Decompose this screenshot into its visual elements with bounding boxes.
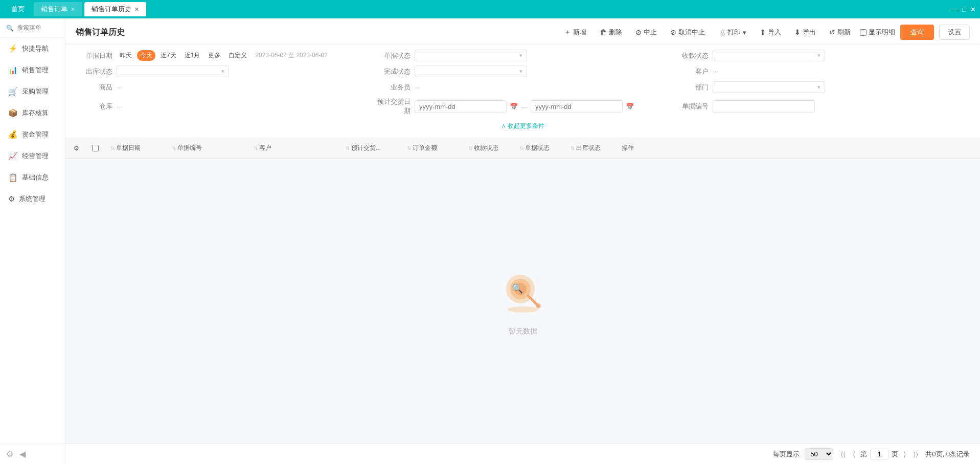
- th-action: 操作: [619, 144, 649, 152]
- last-page-button[interactable]: ⟩⟩: [911, 449, 920, 459]
- delivery-date-start[interactable]: [415, 100, 507, 113]
- delete-button[interactable]: 🗑 删除: [596, 26, 626, 39]
- date-dash: —: [521, 103, 528, 111]
- close-button[interactable]: ✕: [970, 6, 976, 13]
- complete-status-label: 完成状态: [374, 67, 415, 76]
- receipt-status-label: 收款状态: [672, 51, 713, 60]
- next-page-button[interactable]: ⟩: [901, 449, 908, 459]
- th-customer[interactable]: ⇅ 客户: [250, 144, 343, 152]
- date-btn-1month[interactable]: 近1月: [181, 50, 203, 61]
- stop-icon: ⊘: [635, 28, 642, 36]
- main-layout: 🔍 搜索菜单 ⚡ 快捷导航 📊 销售管理 🛒 采购管理 📦 库存核算 💰 资金管…: [0, 18, 980, 464]
- tab-home[interactable]: 首页: [4, 2, 32, 16]
- date-range-text: 2023-06-02 至 2023-06-02: [255, 51, 327, 60]
- filter-row-3: 商品 ··· 业务员 ··· 部门 ▾: [76, 81, 970, 93]
- print-icon: 🖨: [718, 28, 725, 36]
- receipt-status-control: ▾: [713, 50, 970, 61]
- export-button[interactable]: ⬇ 导出: [790, 26, 820, 39]
- top-bar: 首页 销售订单 ✕ 销售订单历史 ✕ — □ ✕: [0, 0, 980, 18]
- settings-icon: ⚙: [74, 145, 79, 152]
- th-docno[interactable]: ⇅ 单据编号: [169, 144, 250, 152]
- sidebar-search[interactable]: 🔍 搜索菜单: [0, 18, 65, 38]
- complete-status-arrow-icon: ▾: [519, 68, 522, 75]
- sidebar-item-inventory[interactable]: 📦 库存核算: [0, 102, 65, 124]
- sidebar-item-finance[interactable]: 💰 资金管理: [0, 124, 65, 145]
- tab-sales-order[interactable]: 销售订单 ✕: [34, 2, 82, 16]
- goods-control: ···: [117, 83, 374, 91]
- th-receipt[interactable]: ⇅ 收款状态: [465, 144, 516, 152]
- show-detail-checkbox-label[interactable]: 显示明细: [860, 28, 895, 37]
- sidebar-settings-icon[interactable]: ⚙: [6, 449, 13, 459]
- date-btn-7days[interactable]: 近7天: [157, 50, 179, 61]
- sidebar-item-purchase[interactable]: 🛒 采购管理: [0, 81, 65, 102]
- refresh-button[interactable]: ↺ 刷新: [825, 26, 855, 39]
- th-delivery-label: 预计交货...: [351, 144, 381, 152]
- th-checkbox[interactable]: [89, 145, 107, 151]
- sort-icon: ⇅: [468, 145, 472, 151]
- tab-sales-history-close[interactable]: ✕: [134, 6, 139, 13]
- date-btn-more[interactable]: 更多: [205, 50, 223, 61]
- th-delivery[interactable]: ⇅ 预计交货...: [343, 144, 404, 152]
- current-page-input[interactable]: [870, 449, 888, 459]
- settings-button[interactable]: 设置: [939, 25, 970, 40]
- th-docstatus[interactable]: ⇅ 单据状态: [516, 144, 567, 152]
- stop-button[interactable]: ⊘ 中止: [631, 26, 661, 39]
- page-size-label: 每页显示: [773, 450, 800, 459]
- sidebar-item-system[interactable]: ⚙ 系统管理: [0, 188, 65, 210]
- print-button[interactable]: 🖨 打印 ▾: [714, 26, 750, 39]
- show-detail-checkbox[interactable]: [860, 29, 867, 36]
- collapse-row[interactable]: ∧ 收起更多条件: [76, 120, 970, 132]
- sidebar-item-quick-nav[interactable]: ⚡ 快捷导航: [0, 38, 65, 59]
- doc-status-select[interactable]: ▾: [415, 50, 527, 61]
- sidebar-item-label: 系统管理: [19, 194, 45, 204]
- tab-sales-history[interactable]: 销售订单历史 ✕: [84, 2, 146, 16]
- th-amount[interactable]: ⇅ 订单金额: [404, 144, 465, 152]
- customer-control: ···: [713, 68, 970, 75]
- date-btn-today[interactable]: 今天: [137, 50, 155, 61]
- empty-text: 暂无数据: [509, 327, 537, 336]
- import-button[interactable]: ⬆ 导入: [756, 26, 785, 39]
- show-detail-label: 显示明细: [869, 28, 895, 37]
- customer-more-icon[interactable]: ···: [713, 68, 718, 75]
- date-btn-custom[interactable]: 自定义: [225, 50, 250, 61]
- goods-more-icon[interactable]: ···: [117, 83, 122, 91]
- th-date[interactable]: ⇅ 单据日期: [107, 144, 169, 152]
- dept-select[interactable]: ▾: [713, 81, 825, 93]
- search-icon: 🔍: [6, 25, 14, 32]
- doc-status-label: 单据状态: [374, 51, 415, 60]
- export-icon: ⬇: [794, 28, 801, 36]
- first-page-button[interactable]: ⟨⟨: [838, 449, 848, 459]
- delivery-date-end[interactable]: [531, 100, 623, 113]
- query-button[interactable]: 查询: [900, 25, 934, 40]
- sidebar-item-basic-info[interactable]: 📋 基础信息: [0, 167, 65, 188]
- minimize-button[interactable]: —: [951, 6, 958, 13]
- sidebar-collapse-icon[interactable]: ◀: [19, 449, 26, 459]
- inventory-icon: 📦: [8, 108, 18, 118]
- total-text: 共0页, 0条记录: [925, 450, 970, 459]
- calendar-end-icon[interactable]: 📅: [626, 103, 634, 111]
- sidebar-item-operations[interactable]: 📈 经营管理: [0, 145, 65, 167]
- prev-page-button[interactable]: ⟨: [851, 449, 857, 459]
- th-settings[interactable]: ⚙: [71, 145, 89, 152]
- out-status-select[interactable]: ▾: [117, 65, 229, 77]
- th-docno-label: 单据编号: [177, 144, 202, 152]
- sidebar-item-sales[interactable]: 📊 销售管理: [0, 59, 65, 81]
- tab-sales-order-close[interactable]: ✕: [71, 6, 75, 13]
- complete-status-select[interactable]: ▾: [415, 65, 527, 77]
- cancel-stop-button[interactable]: ⊘ 取消中止: [666, 26, 709, 39]
- maximize-button[interactable]: □: [962, 6, 966, 13]
- page-title: 销售订单历史: [76, 27, 125, 38]
- select-all-checkbox[interactable]: [92, 145, 99, 151]
- th-outstatus[interactable]: ⇅ 出库状态: [567, 144, 619, 152]
- new-button[interactable]: ＋ 新增: [560, 26, 590, 39]
- calendar-start-icon[interactable]: 📅: [510, 103, 518, 111]
- tab-sales-order-label: 销售订单: [41, 5, 67, 14]
- salesman-more-icon[interactable]: ···: [415, 83, 420, 91]
- delete-icon: 🗑: [600, 28, 607, 36]
- receipt-status-select[interactable]: ▾: [713, 50, 825, 61]
- page-size-select[interactable]: 50 100 200: [805, 448, 833, 460]
- warehouse-more-icon[interactable]: ···: [117, 103, 122, 111]
- doc-no-input[interactable]: [713, 100, 815, 113]
- date-btn-yesterday[interactable]: 昨天: [117, 50, 135, 61]
- filter-area: 单据日期 昨天 今天 近7天 近1月 更多 自定义 2023-06-02 至 2…: [65, 45, 980, 138]
